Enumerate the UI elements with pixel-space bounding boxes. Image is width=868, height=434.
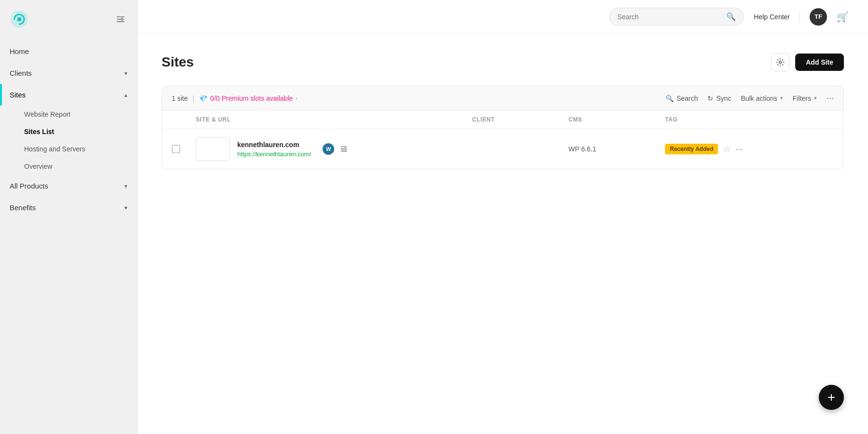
chevron-down-icon-bulk: ▾ — [780, 95, 783, 101]
logo — [10, 10, 29, 31]
filters-button[interactable]: Filters ▾ — [793, 95, 817, 102]
chevron-down-icon-filters: ▾ — [814, 95, 817, 101]
topbar: 🔍 Help Center TF 🛒 — [137, 0, 868, 34]
chevron-down-icon-benefits: ▾ — [124, 204, 127, 211]
main-content: 🔍 Help Center TF 🛒 Sites Add Site — [137, 0, 868, 434]
filter-right: 🔍 Search ↻ Sync Bulk actions ▾ Filters ▾ — [665, 93, 834, 103]
search-input[interactable] — [617, 13, 722, 21]
site-cms-icons: W 🖥 — [323, 143, 348, 155]
sidebar-header — [0, 10, 137, 41]
svg-rect-2 — [117, 16, 124, 17]
bulk-actions-button[interactable]: Bulk actions ▾ — [741, 95, 783, 102]
site-count: 1 site — [172, 95, 188, 102]
page-title: Sites — [162, 54, 194, 70]
nav-item-sites[interactable]: Sites ▴ — [0, 84, 137, 106]
sidebar-item-hosting-servers[interactable]: Hosting and Servers — [0, 140, 137, 158]
table-row: kennethlauren.com https://kennethlauren.… — [162, 129, 843, 169]
chevron-up-icon: ▴ — [124, 92, 127, 98]
sidebar: Home Clients ▾ Sites ▴ Website Report Si… — [0, 0, 137, 434]
sync-button[interactable]: ↻ Sync — [707, 95, 731, 102]
table-search-button[interactable]: 🔍 Search — [665, 95, 698, 102]
more-options-button[interactable]: ··· — [827, 93, 834, 103]
site-thumbnail — [196, 137, 230, 161]
collapse-sidebar-button[interactable] — [114, 13, 127, 28]
star-button[interactable]: ☆ — [723, 144, 731, 154]
topbar-divider — [800, 11, 800, 23]
filter-left: 1 site | 💎 0/0 Premium slots available › — [172, 95, 298, 102]
add-site-button[interactable]: Add Site — [795, 54, 844, 71]
sidebar-item-website-report[interactable]: Website Report — [0, 106, 137, 123]
page-title-row: Sites Add Site — [162, 53, 844, 71]
search-icon-small: 🔍 — [665, 95, 674, 102]
nav-item-benefits[interactable]: Benefits ▾ — [0, 197, 137, 218]
header-tag: TAG — [665, 116, 786, 123]
sidebar-item-sites-list[interactable]: Sites List — [0, 123, 137, 140]
filter-bar: 1 site | 💎 0/0 Premium slots available ›… — [162, 86, 843, 110]
nav-item-all-products[interactable]: All Products ▾ — [0, 175, 137, 197]
site-details: kennethlauren.com https://kennethlauren.… — [237, 141, 311, 158]
search-box[interactable]: 🔍 — [609, 8, 744, 26]
page-content: Sites Add Site 1 site | 💎 — [137, 34, 868, 434]
diamond-icon: 💎 — [199, 95, 207, 102]
sync-icon: ↻ — [707, 95, 713, 102]
table-header: SITE & URL CLIENT CMS TAG — [162, 110, 843, 129]
site-info-col: kennethlauren.com https://kennethlauren.… — [196, 137, 472, 161]
nav-item-clients[interactable]: Clients ▾ — [0, 62, 137, 84]
search-icon: 🔍 — [726, 12, 736, 21]
chevron-down-icon-products: ▾ — [124, 183, 127, 190]
nav-item-home[interactable]: Home — [0, 41, 137, 62]
header-actions — [786, 116, 834, 123]
header-site-url: SITE & URL — [196, 116, 472, 123]
row-checkbox-col — [172, 145, 196, 153]
sites-subnav: Website Report Sites List Hosting and Se… — [0, 106, 137, 175]
chevron-down-icon: ▾ — [124, 70, 127, 77]
wordpress-icon: W — [323, 143, 334, 155]
svg-rect-4 — [117, 21, 124, 22]
sites-container: 1 site | 💎 0/0 Premium slots available ›… — [162, 86, 844, 169]
chevron-right-icon: › — [296, 95, 298, 102]
header-client: CLIENT — [472, 116, 569, 123]
monitor-icon[interactable]: 🖥 — [339, 144, 348, 154]
tag-col: Recently Added ☆ ··· — [665, 144, 786, 154]
help-center-link[interactable]: Help Center — [754, 13, 790, 21]
site-url-link[interactable]: https://kennethlauren.com/ — [237, 150, 311, 158]
header-checkbox-col — [172, 116, 196, 123]
title-actions: Add Site — [771, 53, 844, 71]
svg-point-5 — [779, 61, 782, 64]
sidebar-item-overview[interactable]: Overview — [0, 158, 137, 175]
row-more-button[interactable]: ··· — [735, 144, 743, 154]
row-checkbox[interactable] — [172, 145, 180, 153]
settings-button[interactable] — [771, 53, 789, 71]
cart-icon[interactable]: 🛒 — [837, 11, 849, 23]
recently-added-badge: Recently Added — [665, 144, 718, 154]
avatar[interactable]: TF — [810, 8, 827, 26]
header-cms: CMS — [569, 116, 665, 123]
fab-add-button[interactable]: + — [819, 385, 844, 410]
site-name: kennethlauren.com — [237, 141, 311, 149]
cms-col: WP 6.6.1 — [569, 145, 665, 153]
premium-slots-link[interactable]: 💎 0/0 Premium slots available › — [199, 95, 298, 102]
